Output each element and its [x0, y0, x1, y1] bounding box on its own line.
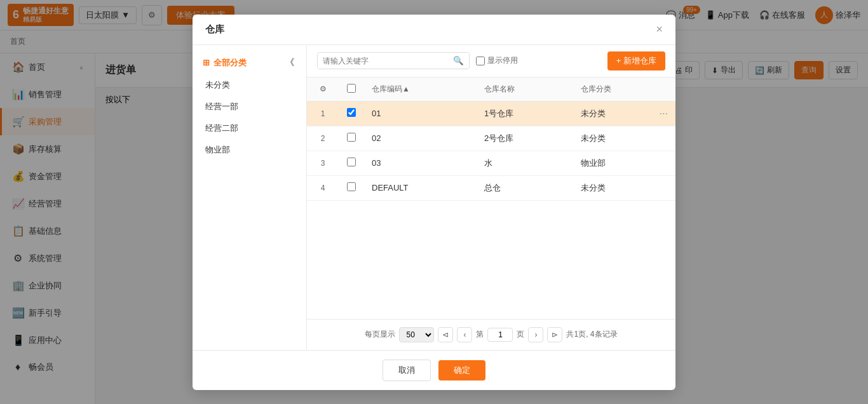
- last-page-btn[interactable]: ⊳: [547, 327, 562, 342]
- row-checkbox[interactable]: [339, 126, 364, 151]
- confirm-button[interactable]: 确定: [438, 360, 485, 380]
- col-settings: ⚙: [307, 77, 339, 102]
- show-disabled-checkbox[interactable]: [476, 57, 485, 65]
- row-index: 2: [307, 126, 339, 151]
- row-category: 未分类: [573, 175, 675, 200]
- row-name: 总仓: [477, 175, 573, 200]
- category-panel: ⊞ 全部分类 《 未分类 经营一部 经营二部 物业部: [193, 45, 307, 350]
- add-warehouse-btn[interactable]: + 新增仓库: [607, 51, 665, 71]
- row-code: 03: [364, 151, 477, 175]
- prev-page-btn[interactable]: ‹: [457, 327, 472, 342]
- col-checkbox: [339, 77, 364, 102]
- row-index: 3: [307, 151, 339, 175]
- row-checkbox[interactable]: [339, 101, 364, 126]
- show-disabled-wrap: 显示停用: [476, 55, 518, 66]
- row-code: 01: [364, 101, 477, 126]
- next-page-btn[interactable]: ›: [528, 327, 543, 342]
- search-btn[interactable]: 🔍: [448, 53, 469, 69]
- cancel-button[interactable]: 取消: [383, 360, 431, 381]
- category-item-property[interactable]: 物业部: [193, 139, 306, 161]
- row-name: 水: [477, 151, 573, 175]
- table-panel: 🔍 显示停用 + 新增仓库 ⚙: [307, 45, 675, 350]
- modal-title: 仓库: [205, 24, 224, 36]
- page-unit: 页: [517, 329, 524, 340]
- page-total: 共1页, 4条记录: [566, 329, 617, 340]
- page-word: 第: [476, 329, 484, 340]
- row-name: 2号仓库: [477, 126, 573, 151]
- search-input[interactable]: [318, 53, 448, 69]
- modal-body: ⊞ 全部分类 《 未分类 经营一部 经营二部 物业部 🔍: [193, 45, 675, 350]
- modal-overlay: 仓库 × ⊞ 全部分类 《 未分类 经营一部 经营二部 物业部: [0, 0, 868, 404]
- pagination: 每页显示 50 10 20 100 ⊲ ‹ 第 页 › ⊳ 共1页, 4条记录: [307, 319, 675, 350]
- row-category: 未分类···: [573, 101, 675, 126]
- row-category: 未分类: [573, 126, 675, 151]
- search-wrap: 🔍: [317, 52, 470, 69]
- col-name: 仓库名称: [477, 77, 573, 102]
- row-name: 1号仓库: [477, 101, 573, 126]
- row-category: 物业部: [573, 151, 675, 175]
- col-code: 仓库编码▲: [364, 77, 477, 102]
- table-row[interactable]: 2 02 2号仓库 未分类: [307, 126, 675, 151]
- per-page-label: 每页显示: [365, 329, 395, 340]
- category-item-unclassified[interactable]: 未分类: [193, 74, 306, 96]
- grid-icon: ⊞: [203, 58, 210, 67]
- table-toolbar: 🔍 显示停用 + 新增仓库: [307, 45, 675, 77]
- show-disabled-label: 显示停用: [487, 55, 518, 66]
- warehouse-modal: 仓库 × ⊞ 全部分类 《 未分类 经营一部 经营二部 物业部: [193, 15, 675, 390]
- col-category: 仓库分类: [573, 77, 675, 102]
- collapse-panel-btn[interactable]: 《: [283, 57, 296, 69]
- all-categories-label: 全部分类: [214, 57, 247, 69]
- table-row[interactable]: 4 DEFAULT 总仓 未分类: [307, 175, 675, 200]
- table-row[interactable]: 3 03 水 物业部: [307, 151, 675, 175]
- row-index: 1: [307, 101, 339, 126]
- table-row[interactable]: 1 01 1号仓库 未分类···: [307, 101, 675, 126]
- page-size-select[interactable]: 50 10 20 100: [399, 327, 434, 342]
- row-code: 02: [364, 126, 477, 151]
- modal-footer: 取消 确定: [193, 350, 675, 390]
- modal-close-button[interactable]: ×: [656, 24, 663, 35]
- all-categories-btn[interactable]: ⊞ 全部分类 《: [193, 51, 306, 74]
- category-item-ops1[interactable]: 经营一部: [193, 96, 306, 118]
- row-code: DEFAULT: [364, 175, 477, 200]
- select-all-checkbox[interactable]: [347, 84, 356, 93]
- category-item-ops2[interactable]: 经营二部: [193, 118, 306, 139]
- modal-header: 仓库 ×: [193, 15, 675, 45]
- row-checkbox[interactable]: [339, 175, 364, 200]
- row-checkbox[interactable]: [339, 151, 364, 175]
- row-index: 4: [307, 175, 339, 200]
- warehouse-table: ⚙ 仓库编码▲ 仓库名称 仓库分类 1 01: [307, 77, 675, 319]
- page-number-input[interactable]: [487, 328, 513, 342]
- first-page-btn[interactable]: ⊲: [438, 327, 453, 342]
